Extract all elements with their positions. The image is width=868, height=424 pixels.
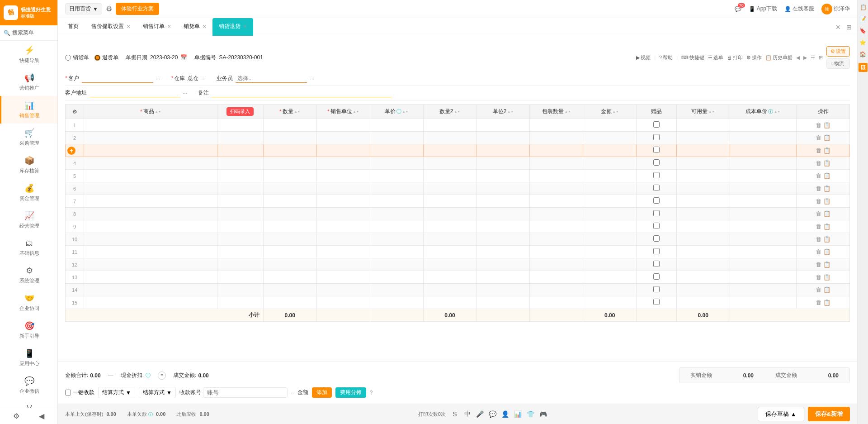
- sort-cost[interactable]: ▲▼: [774, 110, 780, 113]
- gift-check-8[interactable]: [653, 210, 660, 216]
- copy-row-12[interactable]: 📋: [823, 261, 830, 268]
- radio-return-input[interactable]: [94, 55, 100, 61]
- sidebar-item-inventory[interactable]: 📦 库存核算: [0, 151, 57, 179]
- right-icon-2[interactable]: 📝: [859, 16, 866, 22]
- settle-method-select[interactable]: 结算方式 ▼: [98, 387, 135, 398]
- tool-game[interactable]: 🎮: [538, 409, 549, 419]
- copy-row-1[interactable]: 📋: [823, 122, 830, 129]
- sort-qty2[interactable]: ▲▼: [454, 110, 460, 113]
- tool-chat[interactable]: 💬: [487, 409, 498, 419]
- delete-row-13[interactable]: 🗑: [816, 274, 821, 281]
- delete-row-7[interactable]: 🗑: [816, 198, 821, 205]
- tab-close-price-setting[interactable]: ✕: [127, 24, 130, 29]
- sidebar-item-apps[interactable]: 📱 应用中心: [0, 344, 57, 372]
- tab-close-sales-delivery[interactable]: ✕: [203, 24, 206, 29]
- sort-pack[interactable]: ▲▼: [565, 110, 571, 113]
- sort-product[interactable]: ▲▼: [155, 110, 161, 113]
- tool-s[interactable]: S: [449, 409, 460, 419]
- tool-shirt[interactable]: 👕: [525, 409, 536, 419]
- tab-home[interactable]: 首页: [61, 18, 85, 36]
- delete-row-3[interactable]: 🗑: [816, 147, 821, 154]
- gift-check-14[interactable]: [653, 286, 660, 292]
- sort-price[interactable]: ▲▼: [402, 110, 409, 113]
- tool-chart[interactable]: 📊: [513, 409, 524, 419]
- logistics-btn[interactable]: + 物流: [826, 58, 850, 69]
- tab-close-sales-order[interactable]: ✕: [167, 24, 171, 29]
- copy-row-3[interactable]: 📋: [823, 147, 830, 154]
- right-icon-5[interactable]: 🏠: [859, 51, 866, 57]
- expand-tabs[interactable]: ⊞: [844, 22, 854, 33]
- gift-check-12[interactable]: [653, 261, 660, 267]
- one-click-check[interactable]: [65, 390, 71, 395]
- one-click-checkbox[interactable]: 一键收款: [65, 389, 94, 396]
- video-btn[interactable]: ▶ 视频: [636, 54, 651, 61]
- delete-row-6[interactable]: 🗑: [816, 185, 821, 192]
- sort-amount[interactable]: ▲▼: [613, 110, 619, 113]
- sidebar-item-operations[interactable]: 📈 经营管理: [0, 206, 57, 234]
- save-draft-button[interactable]: 保存草稿 ▲: [758, 407, 804, 421]
- tab-sales-order[interactable]: 销售订单 ✕: [137, 18, 177, 36]
- select-btn[interactable]: ☰ 选单: [708, 54, 723, 61]
- sidebar-item-basic[interactable]: 🗂 基础信息: [0, 234, 57, 261]
- delete-row-1[interactable]: 🗑: [816, 122, 821, 129]
- right-icon-4[interactable]: ⭐: [859, 39, 866, 46]
- radio-return[interactable]: 退货单: [94, 54, 118, 62]
- customer-picker[interactable]: ···: [156, 76, 160, 82]
- warehouse-picker[interactable]: ···: [201, 76, 206, 82]
- collapse-icon[interactable]: ◀: [39, 412, 44, 420]
- copy-row-14[interactable]: 📋: [823, 286, 830, 293]
- print-btn[interactable]: 🖨 打印: [727, 54, 743, 61]
- history-btn[interactable]: 📋 历史单据: [765, 54, 793, 61]
- delete-row-11[interactable]: 🗑: [816, 248, 821, 255]
- gift-check-9[interactable]: [653, 223, 660, 229]
- shortcut-btn[interactable]: ⌨ 快捷键: [681, 54, 704, 61]
- delete-row-2[interactable]: 🗑: [816, 134, 821, 141]
- sidebar-item-wechat[interactable]: 💬 企业微信: [0, 372, 57, 399]
- scan-button[interactable]: 扫码录入: [226, 107, 254, 116]
- expense-btn[interactable]: 费用分摊: [335, 387, 366, 398]
- salesperson-picker[interactable]: ···: [310, 76, 314, 82]
- trial-button[interactable]: 体验行业方案: [116, 3, 159, 15]
- sidebar-item-finance[interactable]: 💰 资金管理: [0, 179, 57, 206]
- radio-delivery-input[interactable]: [65, 55, 71, 61]
- discount-info-icon[interactable]: ⓘ: [146, 372, 151, 379]
- copy-row-6[interactable]: 📋: [823, 185, 830, 192]
- notification[interactable]: 💬 70: [735, 6, 741, 12]
- operate-btn[interactable]: ⚙ 操作: [746, 54, 762, 61]
- gift-check-5[interactable]: [653, 172, 660, 178]
- add-row-btn[interactable]: +: [67, 147, 75, 155]
- online-service[interactable]: 👤 在线客服: [784, 5, 814, 13]
- gift-check-2[interactable]: [653, 134, 660, 140]
- search-menu[interactable]: 🔍 搜索菜单: [0, 25, 57, 41]
- gift-check-1[interactable]: [653, 121, 660, 128]
- settings-icon[interactable]: ⚙: [13, 412, 19, 420]
- copy-row-9[interactable]: 📋: [823, 223, 830, 230]
- next-record-icon[interactable]: ▶: [803, 55, 807, 61]
- customer-input[interactable]: [82, 74, 153, 83]
- copy-row-15[interactable]: 📋: [823, 299, 830, 306]
- add-payment-btn[interactable]: 添加: [312, 387, 332, 398]
- copy-row-7[interactable]: 📋: [823, 198, 830, 205]
- delete-row-5[interactable]: 🗑: [816, 172, 821, 179]
- gift-check-6[interactable]: [653, 185, 660, 191]
- sidebar-item-member[interactable]: V 畅会员: [0, 399, 57, 408]
- settings-btn[interactable]: ⚙ 设置: [826, 46, 850, 57]
- delete-row-9[interactable]: 🗑: [816, 223, 821, 230]
- grid-view-icon[interactable]: ⊞: [819, 55, 823, 61]
- tab-sales-return[interactable]: 销货退货 ✕: [212, 18, 253, 36]
- sort-qty[interactable]: ▲▼: [294, 110, 301, 113]
- unit-price-info-icon[interactable]: ⓘ: [396, 108, 401, 115]
- salesperson-input[interactable]: [236, 74, 307, 83]
- tab-sales-delivery[interactable]: 销货单 ✕: [177, 18, 212, 36]
- copy-row-4[interactable]: 📋: [823, 160, 830, 167]
- sidebar-item-enterprise[interactable]: 🤝 企业协同: [0, 289, 57, 316]
- list-view-icon[interactable]: ☰: [811, 55, 815, 61]
- save-new-button[interactable]: 保存&新增: [808, 407, 850, 421]
- settings-icon[interactable]: ⚙: [106, 5, 112, 13]
- sidebar-item-shortcut[interactable]: ⚡ 快捷导航: [0, 41, 57, 68]
- copy-row-5[interactable]: 📋: [823, 172, 830, 179]
- right-icon-6[interactable]: 🖼: [859, 63, 868, 72]
- sort-unit2[interactable]: ▲▼: [507, 110, 514, 113]
- delete-row-12[interactable]: 🗑: [816, 261, 821, 268]
- sort-unit[interactable]: ▲▼: [353, 110, 359, 113]
